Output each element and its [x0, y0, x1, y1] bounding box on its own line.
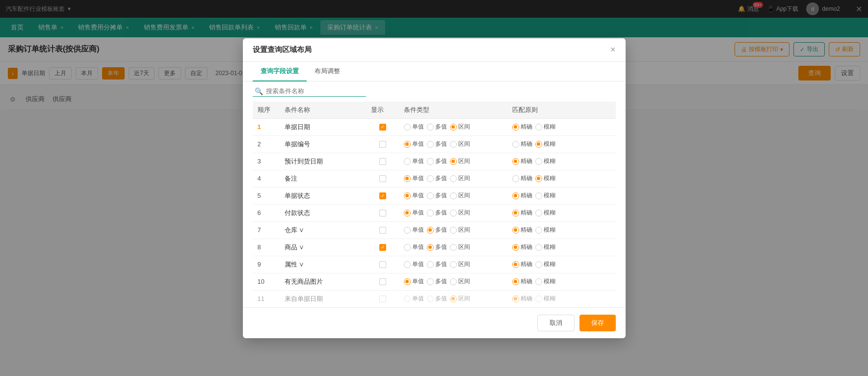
- modal-tabs: 查询字段设置 布局调整: [243, 62, 626, 81]
- search-icon: 🔍: [255, 87, 263, 95]
- search-input-wrap: 🔍: [253, 86, 366, 97]
- col-header-match: 匹配原则: [507, 102, 616, 114]
- col-header-order: 顺序: [253, 102, 280, 114]
- modal-header: 设置查询区域布局 ×: [243, 38, 626, 62]
- modal-overlay: 设置查询区域布局 × 查询字段设置 布局调整 🔍 顺序: [0, 0, 868, 114]
- modal-title: 设置查询区域布局: [253, 45, 312, 54]
- table-header-row: 顺序 条件名称 显示 条件类型 匹配原则: [253, 102, 616, 114]
- modal-search-row: 🔍: [243, 81, 626, 102]
- modal-tab-layout[interactable]: 布局调整: [307, 62, 348, 81]
- search-input[interactable]: [266, 87, 364, 95]
- modal-close-button[interactable]: ×: [610, 45, 616, 54]
- col-header-name: 条件名称: [280, 102, 367, 114]
- modal-tab-fields[interactable]: 查询字段设置: [253, 62, 307, 81]
- modal-tab-fields-label: 查询字段设置: [261, 67, 299, 75]
- modal-dialog: 设置查询区域布局 × 查询字段设置 布局调整 🔍 顺序: [243, 38, 626, 114]
- conditions-table: 顺序 条件名称 显示 条件类型 匹配原则 1单据日期单值多值区间精确模糊2单据编…: [253, 102, 616, 114]
- col-header-show: 显示: [366, 102, 398, 114]
- modal-tab-layout-label: 布局调整: [315, 67, 340, 75]
- modal-table: 顺序 条件名称 显示 条件类型 匹配原则 1单据日期单值多值区间精确模糊2单据编…: [243, 102, 626, 114]
- col-header-type: 条件类型: [399, 102, 507, 114]
